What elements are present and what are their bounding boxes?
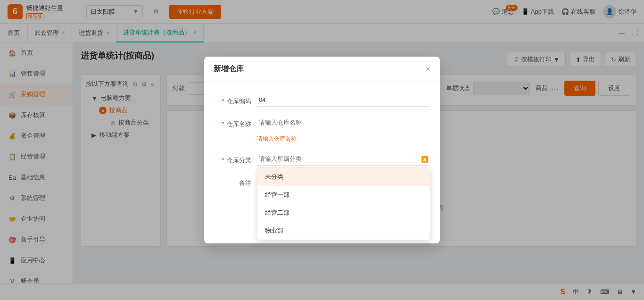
code-input[interactable]	[257, 93, 430, 107]
category-control-wrap: 🔼 未分类 经营一部 经营二部 物业部	[257, 152, 430, 166]
name-input[interactable]	[257, 116, 340, 129]
dropdown-item-dept3[interactable]: 物业部	[257, 222, 430, 240]
name-label: * 仓库名称	[214, 116, 251, 129]
dialog-body: * 仓库编码 * 仓库名称 请输入仓库名称 *	[204, 82, 440, 216]
dialog-title: 新增仓库	[214, 64, 244, 74]
dropdown-item-dept1[interactable]: 经营一部	[257, 186, 430, 204]
category-dropdown-list: 未分类 经营一部 经营二部 物业部	[257, 167, 430, 240]
dropdown-item-dept2[interactable]: 经营二部	[257, 204, 430, 222]
code-field-row: * 仓库编码	[214, 93, 430, 107]
code-label: * 仓库编码	[214, 93, 251, 106]
remark-label: 备注	[214, 175, 251, 187]
dialog-header: 新增仓库 ×	[204, 57, 440, 82]
category-field-row: * 仓库分类 🔼 未分类 经营一部 经营二部 物业部	[214, 152, 430, 166]
name-field-row: * 仓库名称 请输入仓库名称	[214, 116, 430, 143]
dropdown-arrow-icon[interactable]: 🔼	[421, 156, 429, 163]
category-label: * 仓库分类	[214, 152, 251, 165]
category-input[interactable]	[257, 152, 430, 166]
name-error-message: 请输入仓库名称	[257, 135, 297, 142]
new-warehouse-dialog: 新增仓库 × * 仓库编码 * 仓库名称 请输入仓库名称	[204, 57, 440, 243]
name-error-area: 请输入仓库名称	[214, 135, 297, 143]
dropdown-item-unclassified[interactable]: 未分类	[257, 168, 430, 186]
dialog-close-button[interactable]: ×	[425, 64, 430, 74]
